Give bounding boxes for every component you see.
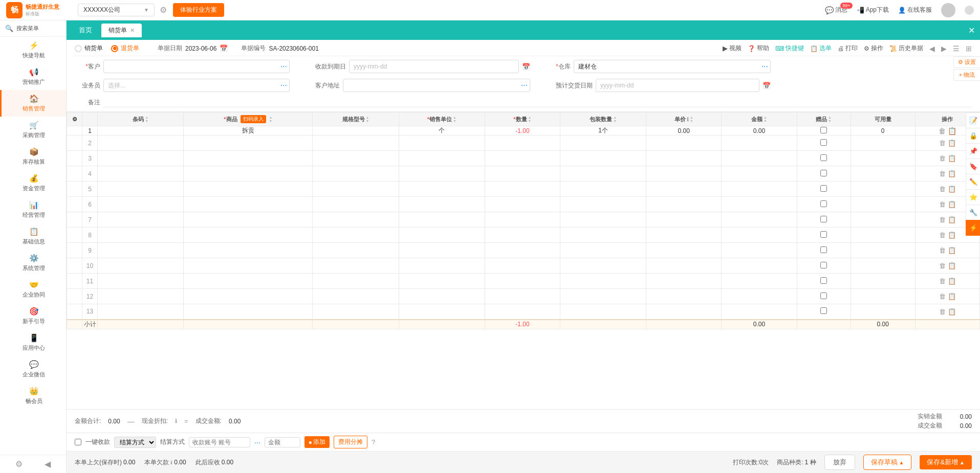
salesperson-input[interactable]: 选择... ··· [103, 79, 290, 92]
minus-icon: — [127, 417, 135, 425]
th-available: 可用量 [851, 112, 915, 126]
list-view-icon[interactable]: ☰ [953, 44, 960, 53]
table-row: 12 🗑 📋 [67, 289, 980, 304]
sidebar-item-marketing[interactable]: 📢 营销推广 [0, 63, 66, 90]
sidebar-item-wechat[interactable]: 💬 企业微信 [0, 356, 66, 382]
toolbar-select[interactable]: 📋 选单 [810, 44, 832, 53]
float-btn-edit[interactable]: ✏️ [966, 174, 980, 189]
newbie-icon: 🎯 [29, 307, 39, 316]
subtotal-row: 小计 -1.00 0.00 0.00 [67, 320, 980, 329]
th-amount: 金额 ▲▼ [722, 112, 797, 126]
sidebar-item-system[interactable]: ⚙️ 系统管理 [0, 250, 66, 276]
th-spec: 规格型号 ▲▼ [313, 112, 399, 126]
app-download[interactable]: 📲 App下载 [857, 6, 889, 14]
table-row: 7 🗑 📋 [67, 212, 980, 228]
payment-amount-input[interactable] [265, 437, 300, 447]
scan-btn[interactable]: 扫码录入 [241, 115, 266, 123]
float-btn-star[interactable]: ⭐ [966, 189, 980, 205]
payment-help-icon[interactable]: ? [372, 438, 375, 446]
copy-icon-1[interactable]: 📋 [948, 127, 956, 135]
remarks-input[interactable] [103, 98, 972, 107]
save-draft-button[interactable]: 保存草稿 ▲ [863, 455, 912, 470]
footer-this-order-owe: 本单上欠(保存时) 0.00 [75, 458, 135, 467]
logistics-button[interactable]: + 物流 [953, 69, 980, 81]
warehouse-input[interactable]: 建材仓 ··· [574, 60, 771, 73]
sidebar-item-sales[interactable]: 🏠 销售管理 [0, 90, 66, 117]
sidebar-item-shortcut[interactable]: ⚡ 快捷导航 [0, 37, 66, 63]
radio-return[interactable]: 退货单 [111, 44, 139, 53]
message-icon: 💬 [825, 6, 834, 14]
toolbar-video[interactable]: ▶ 视频 [723, 44, 742, 53]
add-button[interactable]: ● 添加 [304, 436, 330, 448]
payment-dots-icon[interactable]: ··· [254, 438, 260, 446]
sidebar-item-finance[interactable]: 💰 资金管理 [0, 170, 66, 196]
toolbar-print[interactable]: 🖨 打印 [838, 44, 858, 53]
customer-input[interactable]: ··· [103, 60, 290, 73]
account-input[interactable] [189, 437, 250, 447]
nav-prev-icon[interactable]: ◀ [929, 44, 935, 53]
tab-close-icon[interactable]: ✕ [130, 27, 135, 34]
th-barcode: 条码 ▲▼ [98, 112, 184, 126]
warehouse-dots-icon: ··· [761, 62, 768, 71]
float-btn-orange[interactable]: ⚡ [966, 220, 980, 236]
toolbar-shortcut[interactable]: ⌨ 快捷键 [775, 44, 804, 53]
discount-info-icon[interactable]: ℹ [175, 418, 177, 424]
settings-button[interactable]: ⚙ 设置 [953, 56, 980, 68]
chevron-down-icon: ▼ [144, 7, 149, 13]
expected-delivery-input[interactable]: yyyy-mm-dd [596, 79, 759, 92]
expected-delivery-calendar-icon[interactable]: 📅 [763, 82, 771, 89]
tab-bar-close-icon[interactable]: ✕ [968, 26, 975, 35]
doc-num-label: 单据编号 [241, 44, 266, 53]
footer-owe2-info-icon[interactable]: ℹ [170, 460, 172, 465]
delete-icon-1[interactable]: 🗑 [939, 127, 946, 135]
online-support[interactable]: 👤 在线客服 [898, 6, 932, 14]
float-btn-lock[interactable]: 🔒 [966, 128, 980, 143]
sidebar-settings-icon[interactable]: ⚙ [15, 459, 23, 469]
sidebar-item-newbie[interactable]: 🎯 新手引导 [0, 303, 66, 329]
float-btn-tool[interactable]: 🔧 [966, 205, 980, 220]
tab-current[interactable]: 销货单 ✕ [101, 24, 142, 37]
sidebar-collapse-icon[interactable]: ◀ [45, 459, 51, 469]
toolbar-help[interactable]: ❓ 帮助 [748, 44, 769, 53]
sidebar-item-purchase[interactable]: 🛒 采购管理 [0, 117, 66, 143]
save-new-button[interactable]: 保存&新增 ▲ [920, 455, 972, 469]
radio-sale[interactable]: 销货单 [75, 44, 103, 53]
toolbar-operate[interactable]: ⚙ 操作 [864, 44, 883, 53]
history-icon: 📜 [889, 45, 897, 52]
sidebar-item-enterprise[interactable]: 🤝 企业协同 [0, 276, 66, 303]
abandon-button[interactable]: 放弃 [824, 455, 855, 470]
nav-next-icon[interactable]: ▶ [941, 44, 947, 53]
calendar-icon[interactable]: 📅 [220, 44, 228, 52]
table-row: 8 🗑 📋 [67, 228, 980, 243]
trial-button[interactable]: 体验行业方案 [173, 3, 224, 17]
avatar[interactable] [941, 3, 955, 17]
sidebar-item-member[interactable]: 👑 畅会员 [0, 382, 66, 409]
expense-split-button[interactable]: 费用分摊 [334, 436, 367, 448]
tab-home[interactable]: 首页 [72, 22, 99, 38]
sidebar-item-inventory[interactable]: 📦 库存核算 [0, 143, 66, 170]
float-btn-bookmark[interactable]: 🔖 [966, 159, 980, 174]
float-btn-pin[interactable]: 📌 [966, 143, 980, 159]
th-product: *商品 扫码录入 ▲▼ [184, 112, 313, 126]
grid-view-icon[interactable]: ⊞ [966, 44, 972, 53]
sidebar-item-operations[interactable]: 📊 经营管理 [0, 196, 66, 223]
payment-due-input[interactable]: yyyy-mm-dd [349, 60, 519, 73]
sidebar-item-basics[interactable]: 📋 基础信息 [0, 223, 66, 250]
one-click-payment-checkbox[interactable] [75, 439, 81, 445]
footer-product-types: 商品种类: 1 种 [777, 458, 816, 467]
float-btn-notes[interactable]: 📝 [966, 112, 980, 128]
deal-amount-label: 成交金额: [195, 417, 222, 425]
payment-method-select[interactable]: 结算方式 [114, 437, 156, 448]
sidebar-search[interactable]: 🔍 搜索菜单 [0, 20, 66, 37]
gear-icon[interactable]: ⚙ [160, 5, 167, 15]
toolbar-history[interactable]: 📜 历史单据 [889, 44, 923, 53]
radio-return-circle [111, 45, 118, 52]
notification-area[interactable]: 💬 消息 99+ [825, 6, 847, 14]
th-settings[interactable]: ⚙ [67, 112, 82, 126]
gift-checkbox-1[interactable] [820, 127, 827, 133]
payment-due-calendar-icon[interactable]: 📅 [522, 63, 530, 71]
company-selector[interactable]: XXXXXX公司 ▼ [78, 4, 155, 16]
sidebar-item-apps[interactable]: 📱 应用中心 [0, 329, 66, 356]
avatar-arrow[interactable] [965, 6, 974, 15]
customer-addr-input[interactable]: ··· [343, 79, 530, 92]
